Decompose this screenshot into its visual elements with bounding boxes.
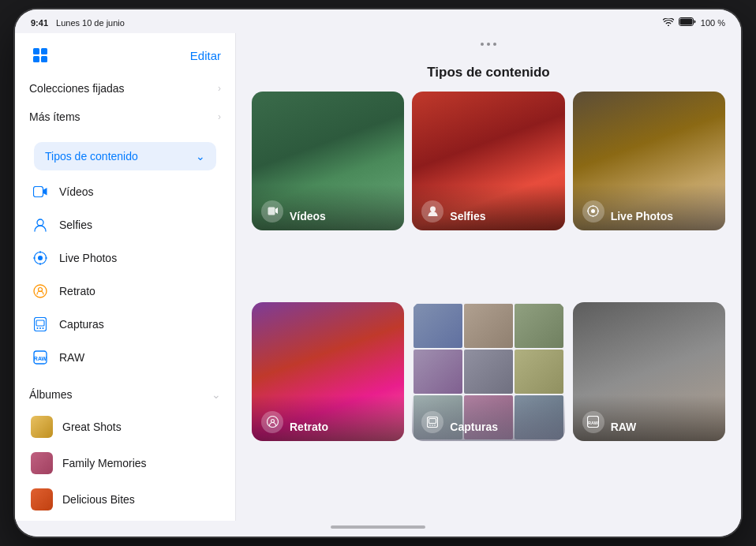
chevron-down-icon: ⌄ xyxy=(196,150,205,163)
svg-rect-3 xyxy=(41,48,47,54)
great-shots-thumb xyxy=(31,416,53,438)
svg-rect-17 xyxy=(36,320,44,326)
pinned-label: Colecciones fijadas xyxy=(29,82,125,95)
svg-point-7 xyxy=(37,219,43,226)
content-types-header[interactable]: Tipos de contenido ⌄ xyxy=(34,142,216,170)
bottom-bar xyxy=(15,521,741,537)
main-panel-title: Tipos de contenido xyxy=(236,65,741,80)
battery-percent: 100 % xyxy=(701,18,725,28)
svg-rect-5 xyxy=(41,56,47,62)
sidebar-item-capturas[interactable]: Capturas xyxy=(15,308,235,341)
app-container: Editar Colecciones fijadas › Más ítems › xyxy=(15,33,741,521)
retrato-label: Retrato xyxy=(59,285,95,297)
svg-point-35 xyxy=(430,424,432,426)
grid-cell-retrato[interactable]: Retrato xyxy=(252,302,404,441)
pinned-section: Colecciones fijadas › Más ítems › xyxy=(15,74,235,131)
grid-raw-label: RAW xyxy=(611,421,637,433)
status-time: 9:41 xyxy=(31,18,48,28)
raw-label: RAW xyxy=(59,351,84,364)
edit-button[interactable]: Editar xyxy=(190,49,221,62)
grid-cell-raw[interactable]: RAW RAW xyxy=(573,302,725,441)
status-right: 100 % xyxy=(663,17,725,28)
svg-point-32 xyxy=(271,420,274,423)
sidebar-item-great-shots[interactable]: Great Shots xyxy=(15,409,235,445)
selfies-label: Selfies xyxy=(59,219,92,231)
sidebar-item-livephotos[interactable]: Live Photos xyxy=(15,241,235,275)
delicious-bites-label: Delicious Bites xyxy=(62,493,135,506)
grid-cell-videos[interactable]: Vídeos xyxy=(252,92,404,230)
svg-rect-1 xyxy=(679,19,692,25)
sidebar-item-pinned[interactable]: Colecciones fijadas › xyxy=(15,74,235,103)
albums-list: Great Shots Family Memories Delicious Bi… xyxy=(15,409,235,521)
albums-label: Álbumes xyxy=(29,388,72,401)
grid-selfies-label: Selfies xyxy=(450,210,485,223)
albums-chevron-down-icon: ⌄ xyxy=(211,388,221,401)
ipad-frame: 9:41 Lunes 10 de junio 100 % xyxy=(15,9,741,537)
grid-cell-selfies[interactable]: Selfies xyxy=(412,92,564,230)
svg-rect-2 xyxy=(33,48,39,54)
status-date: Lunes 10 de junio xyxy=(56,18,125,28)
svg-point-37 xyxy=(435,424,436,426)
svg-text:RAW: RAW xyxy=(588,421,599,425)
grid-video-icon xyxy=(261,200,283,223)
grid-cell-retrato-overlay: Retrato xyxy=(252,395,404,441)
content-types-header-wrapper: Tipos de contenido ⌄ xyxy=(15,137,235,175)
svg-rect-6 xyxy=(34,187,43,197)
svg-point-24 xyxy=(430,207,436,212)
grid-cell-capturas[interactable]: Capturas xyxy=(412,302,564,441)
svg-point-8 xyxy=(38,256,43,260)
portrait-icon xyxy=(31,282,50,301)
chevron-right-icon-2: › xyxy=(218,111,221,122)
sidebar-item-delicious-bites[interactable]: Delicious Bites xyxy=(15,481,235,518)
grid-cell-livephotos-overlay: Live Photos xyxy=(573,185,725,230)
delicious-bites-thumb xyxy=(31,488,53,510)
content-types-label: Tipos de contenido xyxy=(45,150,138,163)
grid-videos-label: Vídeos xyxy=(290,210,326,223)
sidebar-header: Editar xyxy=(15,33,235,74)
main-top-bar xyxy=(236,33,741,43)
sidebar-toggle-icon[interactable] xyxy=(29,44,51,66)
sidebar-item-more[interactable]: Más ítems › xyxy=(15,103,235,131)
grid-cell-raw-overlay: RAW RAW xyxy=(573,395,725,441)
svg-point-18 xyxy=(37,327,39,329)
content-grid: Vídeos Selfies xyxy=(236,92,741,521)
grid-capturas-icon xyxy=(421,411,443,433)
svg-point-36 xyxy=(432,424,434,426)
svg-point-19 xyxy=(39,327,41,329)
family-memories-thumb xyxy=(31,452,53,474)
sidebar-item-videos[interactable]: Vídeos xyxy=(15,175,235,208)
svg-point-31 xyxy=(267,417,278,428)
svg-point-20 xyxy=(43,327,44,329)
grid-cell-videos-overlay: Vídeos xyxy=(252,185,404,230)
svg-rect-4 xyxy=(33,56,39,62)
status-bar: 9:41 Lunes 10 de junio 100 % xyxy=(15,9,741,33)
grid-capturas-label: Capturas xyxy=(450,421,498,433)
grid-cell-livephotos[interactable]: Live Photos xyxy=(573,92,725,230)
svg-rect-34 xyxy=(429,418,436,423)
grid-livephotos-icon xyxy=(582,200,604,223)
albums-header[interactable]: Álbumes ⌄ xyxy=(15,380,235,409)
family-memories-label: Family Memories xyxy=(62,457,147,469)
video-icon xyxy=(31,182,50,201)
svg-text:RAW: RAW xyxy=(34,356,47,361)
videos-label: Vídeos xyxy=(59,185,94,198)
sidebar-item-family-memories[interactable]: Family Memories xyxy=(15,445,235,481)
three-dots xyxy=(481,43,496,46)
selfies-icon xyxy=(31,215,50,234)
grid-cell-selfies-overlay: Selfies xyxy=(412,185,564,230)
sidebar-item-selfies[interactable]: Selfies xyxy=(15,208,235,241)
wifi-icon xyxy=(663,17,674,28)
raw-icon: RAW xyxy=(31,348,50,367)
chevron-right-icon: › xyxy=(218,83,221,94)
screenshot-icon xyxy=(31,315,50,334)
status-left: 9:41 Lunes 10 de junio xyxy=(31,18,125,28)
grid-raw-icon: RAW xyxy=(582,411,604,433)
grid-cell-capturas-overlay: Capturas xyxy=(412,395,564,441)
sidebar-item-raw[interactable]: RAW RAW xyxy=(15,341,235,374)
main-panel: Tipos de contenido Vídeos xyxy=(236,33,741,521)
more-label: Más ítems xyxy=(29,110,80,123)
great-shots-label: Great Shots xyxy=(62,421,122,433)
sidebar-item-retrato[interactable]: Retrato xyxy=(15,275,235,308)
grid-retrato-label: Retrato xyxy=(290,421,328,433)
livephotos-label: Live Photos xyxy=(59,252,117,264)
